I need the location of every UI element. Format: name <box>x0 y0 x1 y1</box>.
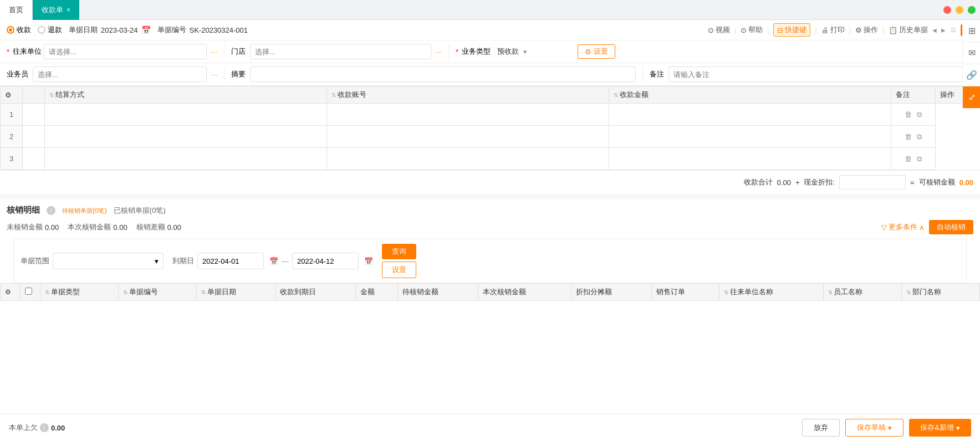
equals-sign: = <box>910 178 915 187</box>
unchecked-stat: 未核销金额 0.00 <box>7 222 59 232</box>
cell-amount-3[interactable] <box>327 148 609 170</box>
store-input[interactable] <box>250 44 431 59</box>
radio-shoukuan[interactable]: 收款 <box>7 25 31 35</box>
form-row-2: 业务员 ··· 摘要 备注 <box>0 63 980 86</box>
draft-arrow[interactable]: ▾ <box>888 424 892 432</box>
diff-stat: 核销差额 0.00 <box>136 222 181 232</box>
radio-shoukuan-label: 收款 <box>17 25 31 35</box>
sort-icon-dd: ⇅ <box>201 289 207 295</box>
filter-setting-label: 设置 <box>392 265 406 274</box>
history-action[interactable]: 📋 历史单据 <box>889 25 928 35</box>
current-val: 0.00 <box>51 424 65 432</box>
staff-more-btn[interactable]: ··· <box>211 70 217 79</box>
query-btn[interactable]: 查询 <box>382 244 416 259</box>
operation-action[interactable]: ⚙ 操作 <box>855 25 878 35</box>
delete-icon-3[interactable]: 🗑 <box>905 155 912 163</box>
sort-icon-dn: ⇅ <box>123 289 129 295</box>
range-select[interactable]: ▾ <box>53 253 164 269</box>
store-more-btn[interactable]: ··· <box>436 48 442 56</box>
sidebar-mail-icon[interactable]: ✉ <box>963 42 980 64</box>
save-btn[interactable]: 保存&新增 ▾ <box>909 419 971 437</box>
store-label: 门店 <box>231 47 246 57</box>
row-num-2: 2 <box>1 126 23 148</box>
bth-counterpart: ⇅ 往来单位名称 <box>719 284 823 301</box>
cell-settle-1[interactable] <box>23 104 45 126</box>
th-gear[interactable]: ⚙ <box>1 86 23 104</box>
chevron-left-icon[interactable]: ◀ <box>932 27 937 33</box>
bth-gear[interactable]: ⚙ <box>1 284 21 301</box>
filter-setting-btn[interactable]: 设置 <box>382 261 416 278</box>
sidebar-expand-icon[interactable]: ⤢ <box>963 86 980 109</box>
discount-input[interactable] <box>839 175 906 189</box>
delete-icon-2[interactable]: 🗑 <box>905 132 912 141</box>
tab-close-icon[interactable]: × <box>67 6 70 14</box>
net-value: 0.00 <box>959 178 973 187</box>
copy-icon-3[interactable]: ⧉ <box>917 155 922 163</box>
counterpart-label: 往来单位 <box>13 47 42 57</box>
dropdown-arrow[interactable]: ▾ <box>523 48 527 56</box>
delete-icon-1[interactable]: 🗑 <box>905 110 912 119</box>
copy-icon-1[interactable]: ⧉ <box>917 110 922 119</box>
abandon-label: 放弃 <box>814 423 828 432</box>
save-arrow[interactable]: ▾ <box>956 424 960 432</box>
print-label: 打印 <box>830 25 845 35</box>
auto-verify-btn[interactable]: 自动核销 <box>929 220 973 234</box>
win-max-btn[interactable] <box>968 6 976 14</box>
video-action[interactable]: ⊙ 视频 <box>708 25 730 35</box>
th-remark-label: 备注 <box>896 90 910 99</box>
counterpart-more-btn[interactable]: ··· <box>211 48 217 56</box>
counterpart-input[interactable] <box>44 44 207 59</box>
win-close-btn[interactable] <box>943 6 951 14</box>
current-label: 本单上欠 <box>9 423 38 433</box>
cell-account-3[interactable] <box>45 148 327 170</box>
info-icon[interactable]: i <box>47 206 55 215</box>
more-conditions-btn[interactable]: ▽ 更多条件 ∧ <box>881 222 925 232</box>
pending-tab-link[interactable]: 待核销单据(0笔) <box>62 206 107 215</box>
remark-input[interactable] <box>668 66 973 82</box>
print-action[interactable]: 🖨 打印 <box>821 25 845 35</box>
staff-label: 业务员 <box>7 69 28 79</box>
copy-icon-2[interactable]: ⧉ <box>917 132 922 141</box>
date-to-input[interactable] <box>292 253 359 269</box>
save-label: 保存&新增 <box>920 423 954 433</box>
form-setting-btn[interactable]: ⚙ 设置 <box>578 44 615 59</box>
cal-icon-from[interactable]: 📅 <box>269 257 278 265</box>
cell-amount-1[interactable] <box>327 104 609 126</box>
section-title: 核销明细 <box>7 205 40 216</box>
help-action[interactable]: ⊙ 帮助 <box>741 25 763 35</box>
calendar-icon[interactable]: 📅 <box>141 25 151 34</box>
cell-settle-2[interactable] <box>23 126 45 148</box>
sidebar-attach-icon[interactable]: 🔗 <box>963 64 980 86</box>
section-title-row: 核销明细 i 待核销单据(0笔) 已核销单据(0笔) <box>7 205 973 216</box>
cell-remark-3[interactable] <box>609 148 891 170</box>
tab-home[interactable]: 首页 <box>0 0 33 20</box>
cal-icon-to[interactable]: 📅 <box>364 257 373 265</box>
cell-remark-2[interactable] <box>609 126 891 148</box>
date-from-input[interactable] <box>197 253 264 269</box>
sort-icon2: ⇅ <box>331 92 338 98</box>
tab-current[interactable]: 收款单 × <box>33 0 79 20</box>
cell-account-2[interactable] <box>45 126 327 148</box>
sep-1 <box>224 44 224 59</box>
cell-remark-1[interactable] <box>609 104 891 126</box>
cell-settle-3[interactable] <box>23 148 45 170</box>
radio-tuikuan[interactable]: 退款 <box>38 25 62 35</box>
cell-account-1[interactable] <box>45 104 327 126</box>
draft-btn[interactable]: 保存草稿 ▾ <box>845 419 904 437</box>
win-min-btn[interactable] <box>956 6 963 14</box>
select-all-checkbox[interactable] <box>25 288 32 295</box>
chevron-up-icon: ∧ <box>919 223 925 232</box>
verification-section: 核销明细 i 待核销单据(0笔) 已核销单据(0笔) 未核销金额 0.00 本次… <box>0 199 980 283</box>
store-field: 门店 ··· <box>231 44 442 59</box>
shortcut-action[interactable]: ⊟ 快捷键 <box>773 23 810 37</box>
th-amount-label: 收款金额 <box>620 90 649 99</box>
chevron-right-icon[interactable]: ▶ <box>941 27 946 33</box>
list-icon[interactable]: ≡ <box>950 24 956 36</box>
summary-input[interactable] <box>250 66 636 82</box>
completed-tab-link[interactable]: 已核销单据(0笔) <box>114 206 166 216</box>
staff-input[interactable] <box>33 66 207 82</box>
th-amount: ⇅ 收款金额 <box>609 86 891 104</box>
cell-amount-2[interactable] <box>327 126 609 148</box>
abandon-btn[interactable]: 放弃 <box>802 419 840 437</box>
sidebar-table-icon[interactable]: ⊞ <box>963 20 980 42</box>
